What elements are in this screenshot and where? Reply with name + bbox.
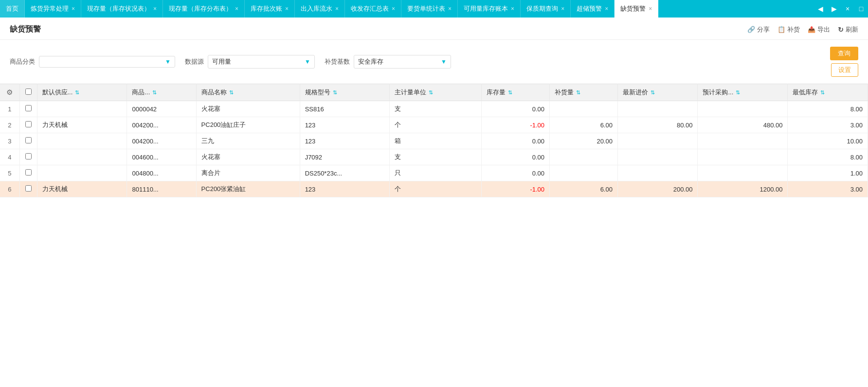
- tab-lian[interactable]: 炼货异常处理×: [25, 0, 81, 18]
- cell-product_name-4: 离合片: [196, 165, 300, 181]
- query-button[interactable]: 查询: [830, 47, 858, 60]
- cell-unit-2: 箱: [390, 133, 482, 149]
- column-header-replenish[interactable]: 补货量 ⇅: [550, 84, 618, 101]
- tab-xianzun1[interactable]: 现存量（库存状况表）×: [81, 0, 163, 18]
- tab-label-xianzun2: 现存量（库存分布表）: [169, 4, 232, 13]
- column-header-estimated[interactable]: 预计采购... ⇅: [698, 84, 788, 101]
- datasource-select-arrow-icon: ▼: [305, 58, 310, 65]
- tab-pipei[interactable]: 库存批次账×: [245, 0, 295, 18]
- sort-icon-estimated[interactable]: ⇅: [734, 89, 740, 95]
- export-icon: 📤: [808, 26, 815, 33]
- row-select-checkbox-2[interactable]: [25, 137, 32, 143]
- sort-icon-product_code[interactable]: ⇅: [151, 89, 157, 95]
- tab-close-xianzun1[interactable]: ×: [153, 5, 157, 12]
- tab-shoudiao[interactable]: 收发存汇总表×: [345, 0, 401, 18]
- sort-icon-replenish[interactable]: ⇅: [575, 89, 580, 95]
- datasource-select[interactable]: 可用量 ▼: [208, 55, 315, 69]
- tab-maximize-button[interactable]: □: [854, 0, 868, 18]
- tab-prev-button[interactable]: ◀: [814, 0, 827, 18]
- select-all-checkbox[interactable]: [25, 88, 32, 95]
- cell-latest_price-0: [617, 101, 698, 117]
- tab-close-chaochucun[interactable]: ×: [605, 5, 608, 12]
- column-header-product_name[interactable]: 商品名称 ⇅: [196, 84, 300, 101]
- tab-churuku[interactable]: 出入库流水×: [295, 0, 345, 18]
- cell-replenish-2: 20.00: [550, 133, 618, 149]
- sort-icon-product_name[interactable]: ⇅: [228, 89, 234, 95]
- table-row: 6力天机械801110...PC200张紧油缸123个-1.006.00200.…: [0, 181, 868, 197]
- tab-xianzun2[interactable]: 现存量（库存分布表）×: [163, 0, 245, 18]
- refresh-label: 刷新: [846, 25, 858, 34]
- share-icon: 🔗: [747, 26, 755, 33]
- cell-stock-2: 0.00: [482, 133, 550, 149]
- column-header-spec[interactable]: 规格型号 ⇅: [300, 84, 389, 101]
- cell-stock-0: 0.00: [482, 101, 550, 117]
- tab-label-yaohuo: 要货单统计表: [407, 4, 445, 13]
- sort-icon-default_supplier[interactable]: ⇅: [73, 89, 79, 95]
- column-header-product_code[interactable]: 商品... ⇅: [127, 84, 196, 101]
- tab-close-xianzun2[interactable]: ×: [235, 5, 238, 12]
- cell-estimated-5: 1200.00: [698, 181, 788, 197]
- tab-close-quehuo[interactable]: ×: [649, 5, 652, 12]
- cell-spec-2: 123: [300, 133, 389, 149]
- tab-close-pipei[interactable]: ×: [285, 5, 289, 12]
- column-header-stock[interactable]: 库存量 ⇅: [482, 84, 550, 101]
- sort-icon-spec[interactable]: ⇅: [331, 89, 337, 95]
- column-header-label-unit: 主计量单位: [395, 88, 426, 96]
- row-select-checkbox-5[interactable]: [25, 185, 32, 192]
- tab-close-shoudiao[interactable]: ×: [392, 5, 395, 12]
- column-header-unit[interactable]: 主计量单位 ⇅: [390, 84, 482, 101]
- column-header-label-spec: 规格型号: [305, 88, 330, 96]
- sort-icon-stock[interactable]: ⇅: [506, 89, 512, 95]
- tab-chaochucun[interactable]: 超储预警×: [571, 0, 615, 18]
- row-select-checkbox-1[interactable]: [25, 121, 32, 127]
- column-settings-icon[interactable]: ⚙: [0, 84, 19, 101]
- sort-icon-unit[interactable]: ⇅: [427, 89, 433, 95]
- column-header-min_stock[interactable]: 最低库存 ⇅: [788, 84, 868, 101]
- table-container: ⚙默认供应... ⇅商品... ⇅商品名称 ⇅规格型号 ⇅主计量单位 ⇅库存量 …: [0, 84, 868, 197]
- cell-spec-0: SS816: [300, 101, 389, 117]
- row-checkbox-1[interactable]: [19, 117, 37, 133]
- row-checkbox-0[interactable]: [19, 101, 37, 117]
- tab-next-button[interactable]: ▶: [827, 0, 841, 18]
- cell-spec-4: DS250*23c...: [300, 165, 389, 181]
- row-checkbox-3[interactable]: [19, 149, 37, 165]
- sort-icon-latest_price[interactable]: ⇅: [649, 89, 655, 95]
- export-action[interactable]: 📤 导出: [808, 25, 830, 34]
- cell-product_code-4: 004800...: [127, 165, 196, 181]
- column-header-latest_price[interactable]: 最新进价 ⇅: [617, 84, 698, 101]
- tab-close-churuku[interactable]: ×: [335, 5, 339, 12]
- header-actions: 🔗 分享 📋 补货 📤 导出 ↻ 刷新: [747, 25, 858, 34]
- row-select-checkbox-4[interactable]: [25, 169, 32, 176]
- tab-close-keyong[interactable]: ×: [511, 5, 514, 12]
- sort-icon-min_stock[interactable]: ⇅: [819, 89, 825, 95]
- tab-baozhiqi[interactable]: 保质期查询×: [521, 0, 571, 18]
- category-select[interactable]: ▼: [39, 56, 175, 68]
- tab-close-current-button[interactable]: ×: [841, 0, 854, 18]
- replenish-base-select[interactable]: 安全库存 ▼: [354, 55, 451, 69]
- cell-replenish-4: [550, 165, 618, 181]
- settings-button[interactable]: 设置: [831, 63, 858, 77]
- row-checkbox-2[interactable]: [19, 133, 37, 149]
- cell-min_stock-5: 3.00: [788, 181, 868, 197]
- tab-close-lian[interactable]: ×: [72, 5, 75, 12]
- refresh-action[interactable]: ↻ 刷新: [838, 25, 858, 34]
- cell-product_code-2: 004200...: [127, 133, 196, 149]
- column-header-default_supplier[interactable]: 默认供应... ⇅: [37, 84, 127, 101]
- header-checkbox[interactable]: [19, 84, 37, 101]
- cell-min_stock-4: 1.00: [788, 165, 868, 181]
- row-select-checkbox-3[interactable]: [25, 153, 32, 159]
- share-action[interactable]: 🔗 分享: [747, 25, 770, 34]
- tab-close-baozhiqi[interactable]: ×: [561, 5, 564, 12]
- cell-replenish-5: 6.00: [550, 181, 618, 197]
- replenish-action[interactable]: 📋 补货: [778, 25, 800, 34]
- filter-actions: 查询 设置: [830, 47, 858, 77]
- tab-home[interactable]: 首页: [0, 0, 25, 18]
- row-select-checkbox-0[interactable]: [25, 105, 32, 111]
- tab-yaohuo[interactable]: 要货单统计表×: [401, 0, 458, 18]
- category-select-arrow-icon: ▼: [165, 58, 171, 65]
- row-checkbox-5[interactable]: [19, 181, 37, 197]
- row-checkbox-4[interactable]: [19, 165, 37, 181]
- tab-keyong[interactable]: 可用量库存账本×: [458, 0, 521, 18]
- tab-quehuo[interactable]: 缺货预警×: [615, 0, 658, 18]
- tab-close-yaohuo[interactable]: ×: [448, 5, 452, 12]
